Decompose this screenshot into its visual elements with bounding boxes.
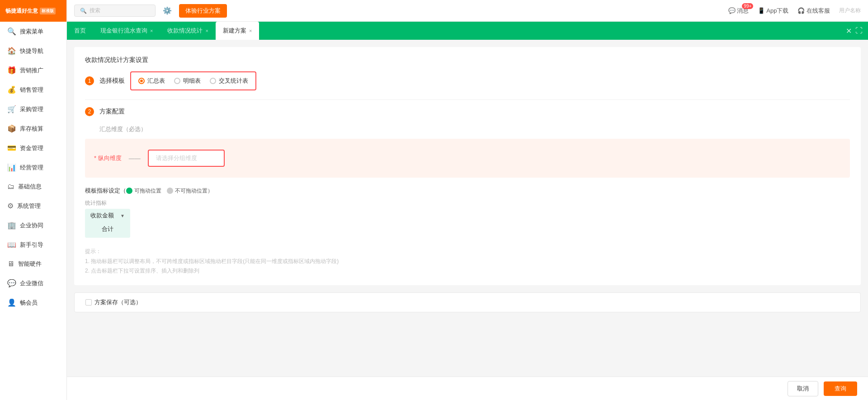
template-radio-group: 汇总表 明细表 交叉统计表 <box>138 77 248 85</box>
step1-badge: 1 <box>85 76 94 85</box>
tips-title: 提示： <box>85 248 101 254</box>
radio-cross[interactable]: 交叉统计表 <box>210 77 248 85</box>
logo-text: 畅捷通好生意 <box>5 7 38 15</box>
tab-新建方案[interactable]: 新建方案× <box>216 22 259 40</box>
tip1: 1. 拖动标题栏可以调整布局，不可跨维度或指标区域拖动栏目字段(只能在同一维度或… <box>85 257 850 267</box>
sidebar-item-inventory[interactable]: 📦库存核算 <box>0 119 66 138</box>
download-label: App下载 <box>766 7 788 14</box>
tab-收款情况统计[interactable]: 收款情况统计× <box>160 22 215 40</box>
stats-group: 统计指标 收款金额 ▼ 合计 <box>85 199 130 238</box>
sidebar-label-purchase: 采购管理 <box>20 105 43 113</box>
sidebar-item-purchase[interactable]: 🛒采购管理 <box>0 99 66 119</box>
sidebar-item-member[interactable]: 👤畅会员 <box>0 293 66 312</box>
headset-icon: 🎧 <box>797 7 805 14</box>
step2-section: 2 方案配置 汇总维度（必选） * 纵向维度 —— 请选择分组维度 <box>85 107 850 276</box>
user-info[interactable]: 用户名称 <box>839 7 861 14</box>
sidebar-label-basic: 基础信息 <box>18 183 42 191</box>
download-btn[interactable]: 📱 App下载 <box>758 7 788 15</box>
settings-icon[interactable]: ⚙️ <box>163 6 172 15</box>
tab-close-icon[interactable]: × <box>205 28 208 33</box>
tab-close-icon[interactable]: × <box>249 28 252 33</box>
stats-group-label: 统计指标 <box>85 199 130 207</box>
metrics-tag-header[interactable]: 收款金额 ▼ <box>85 209 130 222</box>
header-right: 💬 消息 99+ 📱 App下载 🎧 在线客服 用户名称 <box>728 7 861 15</box>
non-draggable-indicator: 不可拖动位置） <box>167 187 213 195</box>
radio-summary[interactable]: 汇总表 <box>138 77 165 85</box>
metrics-section: 模板指标设定（ 可拖动位置 不可拖动位置） 统计指标 <box>85 187 850 238</box>
radio-detail-circle <box>174 78 180 84</box>
tip2: 2. 点击标题栏下拉可设置排序、插入列和删除列 <box>85 266 850 276</box>
sidebar-icon-capital: 💳 <box>7 144 16 152</box>
logo-version: 标准版 <box>40 8 56 14</box>
sidebar-label-wechat: 企业微信 <box>20 279 43 287</box>
tab-首页[interactable]: 首页 <box>67 22 93 40</box>
sidebar-label-system: 系统管理 <box>17 202 41 210</box>
sidebar-item-operations[interactable]: 📊经营管理 <box>0 158 66 177</box>
close-all-icon[interactable]: ✕ <box>846 27 852 35</box>
sidebar-icon-marketing: 🎁 <box>7 66 16 75</box>
draggable-indicator: 可拖动位置 <box>126 187 161 195</box>
sidebar-item-guide[interactable]: 📖新手引导 <box>0 235 66 254</box>
dimension-row: * 纵向维度 —— 请选择分组维度 <box>94 150 841 167</box>
sidebar-item-basic[interactable]: 🗂基础信息 <box>0 177 66 196</box>
sidebar-icon-purchase: 🛒 <box>7 105 16 113</box>
radio-cross-label: 交叉统计表 <box>219 77 248 85</box>
template-selection: 汇总表 明细表 交叉统计表 <box>130 71 256 90</box>
tips-section: 提示： 1. 拖动标题栏可以调整布局，不可跨维度或指标区域拖动栏目字段(只能在同… <box>85 247 850 276</box>
sidebar-icon-wechat: 💬 <box>7 279 16 287</box>
sidebar-item-wechat[interactable]: 💬企业微信 <box>0 273 66 293</box>
radio-detail[interactable]: 明细表 <box>174 77 201 85</box>
step2-row: 2 方案配置 <box>85 107 850 116</box>
tabs-actions: ✕ ⛶ <box>840 27 868 35</box>
sidebar-icon-member: 👤 <box>7 298 16 307</box>
industry-btn[interactable]: 体验行业方案 <box>179 4 227 18</box>
sidebar-icon-inventory: 📦 <box>7 124 16 133</box>
sidebar-icon-enterprise: 🏢 <box>7 221 16 230</box>
query-button[interactable]: 查询 <box>824 381 857 396</box>
save-checkbox-item[interactable]: 方案保存（可选） <box>85 298 142 306</box>
message-btn[interactable]: 💬 消息 99+ <box>728 7 749 15</box>
sidebar-item-system[interactable]: ⚙系统管理 <box>0 196 66 216</box>
cancel-button[interactable]: 取消 <box>788 381 818 396</box>
sidebar-icon-sales: 💰 <box>7 85 16 94</box>
sidebar-icon-operations: 📊 <box>7 163 16 172</box>
metrics-subtag: 合计 <box>85 222 130 238</box>
sidebar-label-sales: 销售管理 <box>20 86 43 94</box>
message-icon: 💬 <box>728 7 736 14</box>
sidebar-item-quick-nav[interactable]: 🏠快捷导航 <box>0 41 66 61</box>
save-checkbox[interactable] <box>85 299 92 306</box>
tab-label: 现金银行流水查询 <box>100 27 147 35</box>
sidebar-icon-guide: 📖 <box>7 240 16 249</box>
search-placeholder: 搜索 <box>90 7 100 14</box>
tab-label: 首页 <box>74 27 86 35</box>
sidebar-item-capital[interactable]: 💳资金管理 <box>0 138 66 158</box>
tab-close-icon[interactable]: × <box>150 28 153 33</box>
dimension-selector[interactable]: 请选择分组维度 <box>148 150 225 167</box>
sidebar-item-hardware[interactable]: 🖥智能硬件 <box>0 254 66 273</box>
main-area: 🔍 搜索 ⚙️ 体验行业方案 💬 消息 99+ 📱 App下载 🎧 在线客服 用… <box>67 0 868 400</box>
page-title: 收款情况统计方案设置 <box>85 56 850 64</box>
sidebar-icon-hardware: 🖥 <box>7 260 14 268</box>
metrics-tags: 收款金额 ▼ 合计 <box>85 209 130 238</box>
sidebar-item-marketing[interactable]: 🎁营销推广 <box>0 61 66 80</box>
non-draggable-label: 不可拖动位置） <box>175 187 213 195</box>
sidebar-icon-quick-nav: 🏠 <box>7 47 16 55</box>
step1-row: 1 选择模板 汇总表 明细表 交叉统计表 <box>85 71 850 90</box>
step2-badge: 2 <box>85 107 94 116</box>
save-section: 方案保存（可选） <box>74 292 861 312</box>
sidebar-label-hardware: 智能硬件 <box>18 260 42 268</box>
radio-summary-circle <box>138 78 145 84</box>
tab-现金银行流水查询[interactable]: 现金银行流水查询× <box>93 22 160 40</box>
sidebar-item-search[interactable]: 🔍搜索菜单 <box>0 22 66 41</box>
sidebar: 畅捷通好生意 标准版 🔍搜索菜单🏠快捷导航🎁营销推广💰销售管理🛒采购管理📦库存核… <box>0 0 67 400</box>
search-box[interactable]: 🔍 搜索 <box>74 5 156 17</box>
dimension-area: * 纵向维度 —— 请选择分组维度 <box>85 139 850 178</box>
row-dimension-label: * 纵向维度 <box>94 154 122 162</box>
sidebar-item-enterprise[interactable]: 🏢企业协同 <box>0 216 66 235</box>
step1-title: 选择模板 <box>99 77 125 85</box>
sidebar-label-marketing: 营销推广 <box>20 66 43 75</box>
sidebar-label-quick-nav: 快捷导航 <box>20 47 43 55</box>
service-btn[interactable]: 🎧 在线客服 <box>797 7 830 15</box>
sidebar-item-sales[interactable]: 💰销售管理 <box>0 80 66 99</box>
expand-icon[interactable]: ⛶ <box>855 27 863 35</box>
